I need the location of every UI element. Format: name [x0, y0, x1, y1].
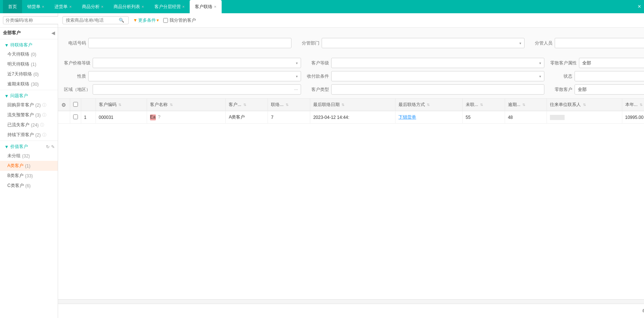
advanced-filter-panel: 电话号码 分管部门 ▾ 分管人员 ··· — [58, 28, 644, 99]
col-code: 客户编码 ⇅ — [96, 99, 147, 111]
area-select[interactable]: ··· — [93, 84, 301, 95]
col-overdue-label: 逾期... — [508, 102, 520, 107]
horizontal-scrollbar[interactable] — [58, 299, 644, 304]
repurchase-label: 回购异常客户 — [7, 102, 34, 108]
nav-tab-purchase[interactable]: 进货单 × — [49, 0, 76, 13]
col-type-label: 客户... — [229, 102, 241, 107]
row-code-value: 000031 — [99, 115, 114, 120]
sidebar-item-repurchase[interactable]: 回购异常客户 (2) ⓘ — [0, 100, 58, 110]
nav-tab-home[interactable]: 首页 — [3, 0, 22, 13]
7days-count: (0) — [33, 72, 39, 77]
sidebar-item-churn-warning[interactable]: 流失预警客户 (3) ⓘ — [0, 110, 58, 120]
nav-tab-analysis[interactable]: 商品分析 × — [77, 0, 108, 13]
person-select[interactable]: ··· — [555, 38, 644, 48]
col-this-year-label: 本年... — [625, 102, 638, 107]
filter-row-3: 性质 ▾ 收付款条件 ▾ 状态 — [64, 71, 644, 81]
customer-level-arrow: ▾ — [539, 61, 541, 65]
row-overdue-value: 48 — [508, 115, 513, 120]
filter-field-dept: 分管部门 ▾ — [297, 38, 525, 48]
tomorrow-label: 明天待联络 — [7, 61, 29, 67]
customers-table: ⚙ 客户编码 ⇅ 客户名称 ⇅ — [58, 99, 644, 124]
area-label: 区域（地区） — [64, 86, 90, 93]
filter-search-container: 🔍 — [62, 16, 129, 24]
filter-bar: 🔍 ▼ 更多条件 ▾ 我分管的客户 ☑ 批量操作 ⬆ 导出 — [58, 13, 644, 28]
filter-field-customer-level: 客户等级 ▾ — [307, 58, 544, 68]
close-customer-contact-icon[interactable]: × — [214, 4, 216, 9]
col-contact-sort: ⇅ — [286, 103, 289, 107]
close-analysis-list-icon[interactable]: × — [142, 4, 144, 9]
status-select[interactable]: ▾ — [575, 71, 644, 81]
sidebar-search-input[interactable] — [3, 16, 63, 24]
filter-field-price-level: 客户价格等级 ▾ — [64, 58, 301, 68]
dept-dropdown-arrow: ▾ — [519, 41, 521, 45]
filter-search-input[interactable] — [66, 18, 117, 23]
filter-field-nature: 性质 ▾ — [64, 71, 301, 81]
sidebar-item-b-class[interactable]: B类客户 (33) — [0, 171, 58, 181]
col-last-date-label: 最后联络日期 — [313, 102, 340, 107]
nav-tab-customer-contact[interactable]: 客户联络 × — [190, 0, 221, 13]
my-customers-check[interactable] — [163, 18, 168, 23]
value-refresh-icon[interactable]: ↻ — [46, 144, 50, 149]
my-customers-checkbox[interactable]: 我分管的客户 — [163, 17, 196, 24]
a-class-label: A类客户 — [7, 163, 24, 169]
repurchase-count: (2) — [35, 103, 41, 108]
row-checkbox[interactable] — [73, 114, 78, 119]
value-edit-icon[interactable]: ✎ — [51, 144, 55, 149]
sidebar-item-overdue[interactable]: 逾期未联络 (30) — [0, 79, 58, 89]
dept-select[interactable]: ▾ — [322, 38, 525, 48]
nav-tab-sales[interactable]: 销货单 × — [22, 0, 49, 13]
c-class-label: C类客户 — [7, 183, 24, 189]
sidebar-group-value[interactable]: ▼ 价值客户 ↻ ✎ — [0, 142, 58, 151]
col-name: 客户名称 ⇅ — [147, 99, 226, 111]
table-header-row: ⚙ 客户编码 ⇅ 客户名称 ⇅ — [58, 99, 644, 111]
pending-label: 待联络客户 — [10, 42, 32, 48]
nav-tab-customer-manage[interactable]: 客户分层经营 × — [149, 0, 190, 13]
nav-tab-customer-contact-label: 客户联络 — [195, 4, 212, 10]
customer-type-select[interactable] — [331, 84, 544, 95]
row-seq: 1 — [81, 111, 96, 124]
phone-input[interactable] — [88, 38, 291, 48]
table-footer: 每页显示 50 100 200 « < 第 页 > » 共1页 1条记录 — [58, 304, 644, 318]
sidebar-item-today[interactable]: 今天待联络 (0) — [0, 49, 58, 59]
retail-customer-select[interactable]: 全部 ▾ — [575, 84, 644, 95]
select-all-checkbox[interactable] — [73, 102, 78, 107]
row-unit-contact-value — [550, 115, 565, 120]
close-sales-icon[interactable]: × — [42, 4, 44, 9]
row-name: Ea ? — [147, 111, 226, 124]
sidebar-item-7days[interactable]: 近7天待联络 (0) — [0, 69, 58, 79]
col-no-contact-label: 未联... — [466, 102, 478, 107]
payment-select[interactable]: ▾ — [331, 71, 544, 81]
sidebar-item-churned[interactable]: 已流失客户 (24) ⓘ — [0, 120, 58, 130]
ungroup-label: 未分组 — [7, 153, 21, 159]
nav-tab-analysis-list[interactable]: 商品分析列表 × — [108, 0, 149, 13]
sidebar-item-ungroup[interactable]: 未分组 (32) — [0, 151, 58, 161]
window-close-icon[interactable]: × — [638, 3, 641, 10]
close-analysis-icon[interactable]: × — [101, 4, 103, 9]
row-last-method-link[interactable]: 下销货单 — [398, 114, 416, 120]
row-unit-contact — [547, 111, 622, 124]
col-no-contact-sort: ⇅ — [480, 103, 483, 107]
sidebar-all-customers[interactable]: 全部客户 ◀ — [0, 28, 58, 38]
retail-attr-select[interactable]: 全部 ▾ — [579, 58, 644, 68]
sidebar-group-pending[interactable]: ▼ 待联络客户 — [0, 40, 58, 49]
sidebar-item-tomorrow[interactable]: 明天待联络 (1) — [0, 59, 58, 69]
nature-select[interactable]: ▾ — [88, 71, 301, 81]
table-gear-icon[interactable]: ⚙ — [61, 102, 66, 108]
sidebar-group-problem[interactable]: ▼ 问题客户 — [0, 91, 58, 100]
filter-search-icon[interactable]: 🔍 — [119, 18, 124, 23]
sidebar-item-c-class[interactable]: C类客户 (6) — [0, 181, 58, 191]
nav-tab-sales-label: 销货单 — [27, 4, 40, 10]
row-contact: 7 — [268, 111, 310, 124]
customer-level-select[interactable]: ▾ — [331, 58, 544, 68]
row-this-year: 10995.00 — [622, 111, 644, 124]
nature-label: 性质 — [64, 73, 86, 80]
close-customer-manage-icon[interactable]: × — [182, 4, 185, 9]
sidebar-item-a-class[interactable]: A类客户 (1) — [0, 161, 58, 171]
close-purchase-icon[interactable]: × — [69, 4, 71, 9]
retail-attr-label: 零散客户属性 — [550, 60, 577, 66]
price-level-select[interactable]: ▾ — [93, 58, 301, 68]
churned-label: 已流失客户 — [7, 122, 29, 128]
sidebar-item-declining[interactable]: 持续下滑客户 (2) ⓘ — [0, 130, 58, 140]
more-filter-btn[interactable]: ▼ 更多条件 ▾ — [133, 17, 159, 24]
ungroup-count: (32) — [22, 153, 30, 159]
